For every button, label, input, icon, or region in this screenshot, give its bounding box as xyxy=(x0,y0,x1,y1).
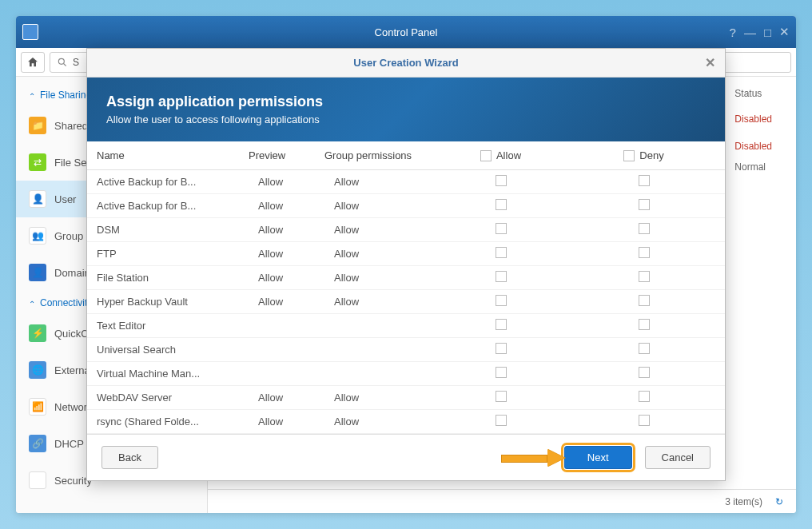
preview-value xyxy=(239,362,315,386)
app-name: Text Editor xyxy=(87,314,239,338)
allow-checkbox[interactable] xyxy=(496,415,507,426)
allow-checkbox[interactable] xyxy=(496,223,507,234)
modal-footer: Back Next Cancel xyxy=(87,434,725,480)
group-perm-value: Allow xyxy=(315,170,439,194)
cancel-button[interactable]: Cancel xyxy=(645,446,710,469)
deny-checkbox[interactable] xyxy=(639,247,650,258)
modal-titlebar: User Creation Wizard ✕ xyxy=(87,49,725,78)
app-name: Universal Search xyxy=(87,338,239,362)
deny-checkbox[interactable] xyxy=(639,199,650,210)
app-name: WebDAV Server xyxy=(87,386,239,410)
table-row[interactable]: Active Backup for B...AllowAllow xyxy=(87,170,725,194)
deny-checkbox[interactable] xyxy=(639,343,650,354)
group-perm-value: Allow xyxy=(315,290,439,314)
app-name: FTP xyxy=(87,242,239,266)
allow-all-checkbox[interactable] xyxy=(480,150,492,161)
col-allow: Allow xyxy=(496,149,521,161)
allow-checkbox[interactable] xyxy=(496,199,507,210)
col-preview: Preview xyxy=(239,141,315,170)
table-row[interactable]: rsync (Shared Folde...AllowAllow xyxy=(87,410,725,434)
table-row[interactable]: Text Editor xyxy=(87,314,725,338)
next-button[interactable]: Next xyxy=(564,446,632,469)
group-perm-value xyxy=(315,362,439,386)
user-creation-wizard: User Creation Wizard ✕ Assign applicatio… xyxy=(86,48,726,481)
group-perm-value: Allow xyxy=(315,242,439,266)
app-name: Hyper Backup Vault xyxy=(87,290,239,314)
preview-value: Allow xyxy=(239,410,315,434)
group-perm-value: Allow xyxy=(315,410,439,434)
modal-header: Assign application permissions Allow the… xyxy=(87,78,725,141)
group-perm-value: Allow xyxy=(315,218,439,242)
modal-title: User Creation Wizard xyxy=(353,57,458,69)
preview-value xyxy=(239,338,315,362)
app-name: Active Backup for B... xyxy=(87,170,239,194)
allow-checkbox[interactable] xyxy=(496,319,507,330)
group-perm-value: Allow xyxy=(315,386,439,410)
table-row[interactable]: Virtual Machine Man... xyxy=(87,362,725,386)
preview-value xyxy=(239,314,315,338)
allow-checkbox[interactable] xyxy=(496,295,507,306)
deny-checkbox[interactable] xyxy=(639,415,650,426)
deny-checkbox[interactable] xyxy=(639,223,650,234)
tutorial-arrow-icon xyxy=(501,451,565,465)
preview-value: Allow xyxy=(239,242,315,266)
deny-checkbox[interactable] xyxy=(639,319,650,330)
group-perm-value: Allow xyxy=(315,194,439,218)
deny-checkbox[interactable] xyxy=(639,271,650,282)
col-name: Name xyxy=(87,141,239,170)
permissions-table: Name Preview Group permissions Allow Den… xyxy=(87,141,725,434)
preview-value: Allow xyxy=(239,386,315,410)
back-button[interactable]: Back xyxy=(102,446,158,469)
preview-value: Allow xyxy=(239,290,315,314)
table-row[interactable]: Universal Search xyxy=(87,338,725,362)
allow-checkbox[interactable] xyxy=(496,247,507,258)
table-row[interactable]: DSMAllowAllow xyxy=(87,218,725,242)
preview-value: Allow xyxy=(239,266,315,290)
modal-subheading: Allow the user to access following appli… xyxy=(106,113,706,125)
table-row[interactable]: WebDAV ServerAllowAllow xyxy=(87,386,725,410)
allow-checkbox[interactable] xyxy=(496,343,507,354)
app-name: rsync (Shared Folde... xyxy=(87,410,239,434)
col-group: Group permissions xyxy=(315,141,439,170)
app-name: Active Backup for B... xyxy=(87,194,239,218)
table-row[interactable]: Hyper Backup VaultAllowAllow xyxy=(87,290,725,314)
close-icon[interactable]: ✕ xyxy=(705,55,715,70)
table-row[interactable]: Active Backup for B...AllowAllow xyxy=(87,194,725,218)
modal-heading: Assign application permissions xyxy=(106,93,706,110)
allow-checkbox[interactable] xyxy=(496,367,507,378)
modal-overlay: User Creation Wizard ✕ Assign applicatio… xyxy=(0,0,812,529)
app-name: Virtual Machine Man... xyxy=(87,362,239,386)
allow-checkbox[interactable] xyxy=(496,271,507,282)
group-perm-value xyxy=(315,314,439,338)
app-name: File Station xyxy=(87,266,239,290)
deny-checkbox[interactable] xyxy=(639,391,650,402)
preview-value: Allow xyxy=(239,170,315,194)
allow-checkbox[interactable] xyxy=(496,175,507,186)
col-deny: Deny xyxy=(639,149,663,161)
deny-checkbox[interactable] xyxy=(639,367,650,378)
allow-checkbox[interactable] xyxy=(496,391,507,402)
group-perm-value xyxy=(315,338,439,362)
deny-checkbox[interactable] xyxy=(639,295,650,306)
modal-body: Name Preview Group permissions Allow Den… xyxy=(87,141,725,434)
app-name: DSM xyxy=(87,218,239,242)
deny-checkbox[interactable] xyxy=(639,175,650,186)
preview-value: Allow xyxy=(239,218,315,242)
preview-value: Allow xyxy=(239,194,315,218)
group-perm-value: Allow xyxy=(315,266,439,290)
deny-all-checkbox[interactable] xyxy=(623,150,635,161)
table-row[interactable]: FTPAllowAllow xyxy=(87,242,725,266)
table-row[interactable]: File StationAllowAllow xyxy=(87,266,725,290)
